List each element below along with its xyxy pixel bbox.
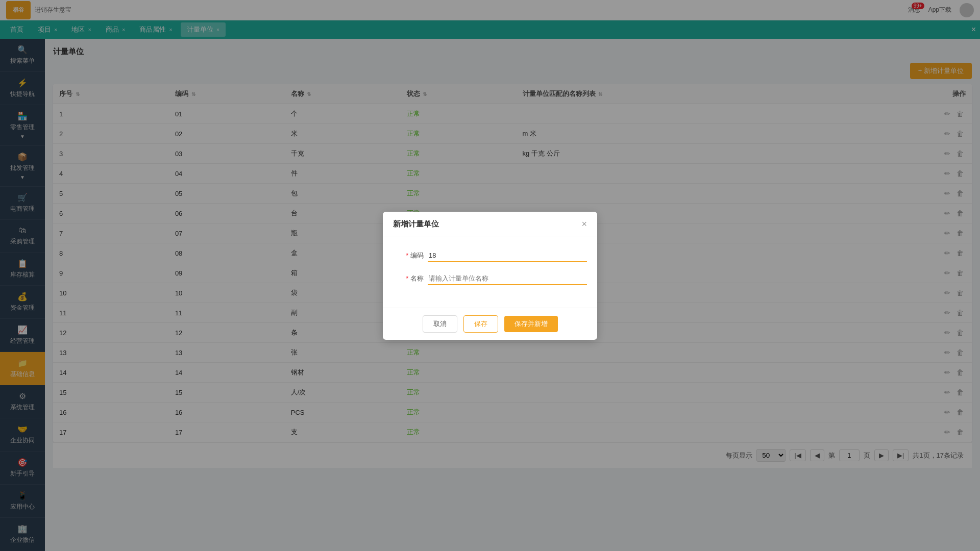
- cancel-button[interactable]: 取消: [423, 315, 457, 333]
- add-unit-modal: 新增计量单位 × 编码 名称 取消 保存 保存并新增: [383, 212, 597, 340]
- code-input[interactable]: [428, 249, 587, 262]
- code-label: 编码: [393, 251, 424, 260]
- modal-header: 新增计量单位 ×: [383, 212, 597, 237]
- modal-body: 编码 名称: [383, 237, 597, 308]
- modal-title: 新增计量单位: [393, 219, 439, 229]
- form-row-name: 名称: [393, 272, 587, 285]
- modal-overlay: 新增计量单位 × 编码 名称 取消 保存 保存并新增: [0, 0, 980, 551]
- name-label: 名称: [393, 274, 424, 283]
- save-button[interactable]: 保存: [463, 315, 498, 333]
- modal-close-button[interactable]: ×: [581, 219, 587, 230]
- form-row-code: 编码: [393, 249, 587, 262]
- save-and-new-button[interactable]: 保存并新增: [504, 316, 558, 332]
- modal-footer: 取消 保存 保存并新增: [383, 308, 597, 340]
- name-input[interactable]: [428, 272, 587, 285]
